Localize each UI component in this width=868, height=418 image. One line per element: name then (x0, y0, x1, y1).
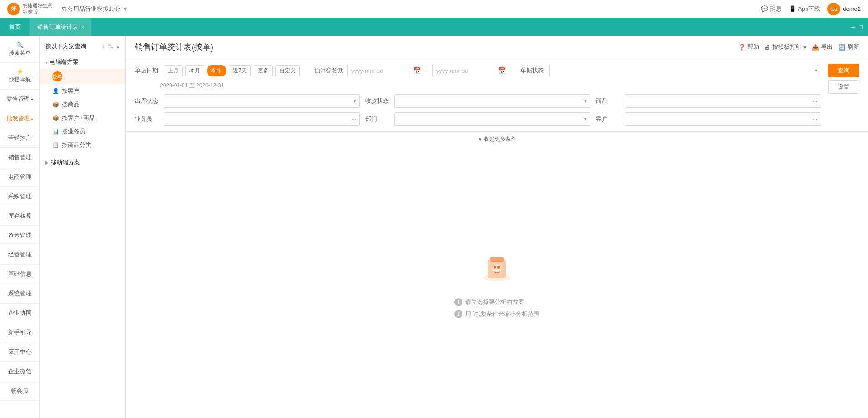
tab-sales-order[interactable]: 销售订单统计表 × (30, 18, 91, 36)
receipt-select[interactable] (394, 94, 590, 108)
topbar-right: 💬 消息 📱 App下载 Ea demo2 (761, 3, 861, 15)
refresh-button[interactable]: 🔄 刷新 (838, 43, 859, 51)
sidebar-item-marketing[interactable]: 营销推广 (0, 128, 39, 148)
empty-step-1: 1 请先选择要分析的方案 (454, 298, 539, 306)
goods-input[interactable] (625, 94, 821, 108)
date-range-hint: 2023-01-01 至 2023-12-31 (135, 82, 821, 90)
tab-home[interactable]: 首页 (0, 18, 30, 36)
customer-input-wrap: ··· (625, 112, 821, 126)
tree-child-by-order[interactable]: 按单 (40, 69, 125, 84)
maximize-icon[interactable]: □ (859, 24, 863, 31)
print-button[interactable]: 🖨 按模板打印 ▾ (764, 43, 807, 51)
sidebar-item-newbie[interactable]: 新手引导 (0, 323, 39, 342)
sidebar-item-retail[interactable]: 零售管理 ▾ (0, 90, 39, 109)
collapse-bar-label: ∧ 收起更多条件 (478, 135, 516, 143)
collapse-panel-icon[interactable]: « (116, 43, 120, 50)
goods-ellipsis[interactable]: ··· (812, 98, 817, 104)
date-btn-more[interactable]: 更多 (254, 65, 273, 76)
app-icon: 📱 (789, 5, 796, 12)
date-btn-last-month[interactable]: 上月 (164, 65, 183, 76)
tabbar: 首页 销售订单统计表 × ─ □ (0, 18, 868, 36)
sidebar-item-purchase[interactable]: 采购管理 (0, 187, 39, 206)
collapse-bar[interactable]: ∧ 收起更多条件 (126, 132, 868, 147)
delivery-select[interactable] (164, 94, 360, 108)
staff-input[interactable] (164, 112, 360, 126)
sidebar-item-operations[interactable]: 经营管理 (0, 245, 39, 265)
category-scheme-icon: 📋 (52, 142, 59, 148)
sidebar: 🔍 搜索菜单 ⚡ 快捷导航 零售管理 ▾ 批发管理 ▴ 营销推广 销售管理 电商… (0, 36, 40, 418)
date-btn-7days[interactable]: 近7天 (229, 65, 251, 76)
tree-child-by-customer[interactable]: 👤 按客户 (40, 84, 125, 98)
empty-step-2: 2 用[过滤]条件来缩小分析范围 (454, 310, 539, 318)
sidebar-item-app-center[interactable]: 应用中心 (0, 342, 39, 362)
date-btn-custom[interactable]: 自定义 (275, 65, 300, 76)
tree-section-desktop: ▾ 电脑端方案 按单 👤 按客户 📦 按商品 📦 按客户+商品 (40, 53, 125, 154)
date-label: 单据日期 (135, 66, 160, 75)
tree-section-mobile: ▶ 移动端方案 (40, 154, 125, 171)
active-scheme-dot: 按单 (52, 71, 62, 81)
tree-parent-label-mobile: 移动端方案 (51, 158, 80, 166)
svg-point-5 (497, 266, 500, 269)
subtitle-arrow[interactable]: ▾ (124, 6, 127, 12)
date-start-icon: 📅 (413, 67, 421, 74)
tree-parent-mobile[interactable]: ▶ 移动端方案 (40, 156, 125, 169)
sidebar-item-inventory[interactable]: 库存核算 (0, 206, 39, 226)
logo: 好 畅捷通好生意 标准版 (7, 3, 52, 15)
receipt-filter: 收款状态 (365, 94, 590, 108)
goods-input-wrap: ··· (625, 94, 821, 108)
customer-label: 客户 (596, 115, 621, 123)
user-info[interactable]: Ea demo2 (827, 3, 861, 15)
export-icon: 📤 (812, 44, 819, 51)
staff-input-wrap: ··· (164, 112, 360, 126)
sidebar-item-sales[interactable]: 销售管理 (0, 148, 39, 167)
settings-button[interactable]: 设置 (828, 80, 859, 94)
sidebar-item-enterprise-wechat[interactable]: 企业微信 (0, 362, 39, 381)
app-download-button[interactable]: 📱 App下载 (789, 5, 820, 13)
step-num-2: 2 (454, 310, 462, 318)
staff-filter: 业务员 ··· (135, 112, 360, 126)
expected-date-end[interactable] (432, 64, 495, 77)
date-btn-this-month[interactable]: 本月 (185, 65, 204, 76)
svg-point-4 (494, 266, 496, 269)
edit-scheme-icon[interactable]: ✎ (108, 43, 113, 50)
export-button[interactable]: 📤 导出 (812, 43, 833, 51)
content-area: 按以下方案查询 + ✎ « ▾ 电脑端方案 按单 👤 按客户 (40, 36, 868, 418)
dept-select-wrap (394, 112, 590, 126)
sidebar-item-quick-nav[interactable]: ⚡ 快捷导航 (0, 63, 39, 90)
logo-text: 畅捷通好生意 标准版 (23, 3, 52, 14)
query-button[interactable]: 查询 (828, 64, 859, 77)
filter-fields: 单据日期 上月 本月 本年 近7天 更多 自定义 (135, 64, 821, 126)
add-scheme-icon[interactable]: + (102, 43, 105, 50)
sidebar-item-wholesale[interactable]: 批发管理 ▴ (0, 109, 39, 128)
tree-parent-desktop[interactable]: ▾ 电脑端方案 (40, 55, 125, 69)
print-icon: 🖨 (764, 44, 770, 51)
sidebar-item-member[interactable]: 畅会员 (0, 381, 39, 401)
sidebar-item-search[interactable]: 🔍 搜索菜单 (0, 36, 39, 63)
sidebar-item-enterprise-collab[interactable]: 企业协同 (0, 304, 39, 323)
main-layout: 🔍 搜索菜单 ⚡ 快捷导航 零售管理 ▾ 批发管理 ▴ 营销推广 销售管理 电商… (0, 36, 868, 418)
minimize-icon[interactable]: ─ (851, 24, 855, 31)
page-header: 销售订单统计表(按单) ❓ 帮助 🖨 按模板打印 ▾ 📤 导出 (126, 36, 868, 58)
date-quick-btns: 上月 本月 本年 近7天 更多 自定义 (164, 65, 300, 76)
tree-child-by-customer-goods[interactable]: 📦 按客户+商品 (40, 111, 125, 125)
sidebar-item-system[interactable]: 系统管理 (0, 284, 39, 304)
staff-ellipsis[interactable]: ··· (351, 116, 356, 123)
filter-row-2: 出库状态 收款状态 (135, 94, 821, 108)
tree-child-by-staff[interactable]: 📊 按业务员 (40, 125, 125, 138)
status-select[interactable] (549, 64, 821, 77)
sidebar-item-ecommerce[interactable]: 电商管理 (0, 167, 39, 187)
dept-select[interactable] (394, 112, 590, 126)
sidebar-item-finance[interactable]: 资金管理 (0, 226, 39, 245)
customer-ellipsis[interactable]: ··· (812, 116, 817, 123)
empty-illustration (474, 244, 519, 289)
help-button[interactable]: ❓ 帮助 (738, 43, 759, 51)
tab-close-icon[interactable]: × (81, 24, 84, 30)
date-btn-this-year[interactable]: 本年 (207, 65, 226, 76)
sidebar-item-basic-info[interactable]: 基础信息 (0, 265, 39, 284)
customer-input[interactable] (625, 112, 821, 126)
tree-child-by-category[interactable]: 📋 按商品分类 (40, 138, 125, 152)
receipt-label: 收款状态 (365, 97, 391, 105)
tree-child-by-goods[interactable]: 📦 按商品 (40, 98, 125, 111)
expected-date-start[interactable] (347, 64, 410, 77)
message-button[interactable]: 💬 消息 (761, 5, 782, 13)
